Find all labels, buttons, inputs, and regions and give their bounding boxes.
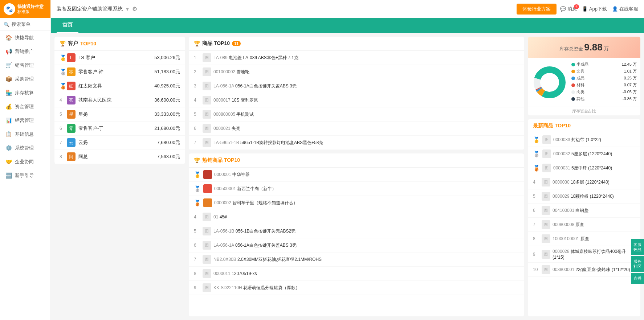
product-image: 图	[203, 269, 211, 278]
sidebar-item-base[interactable]: 📋 基础信息	[0, 127, 50, 141]
rank-number: 8	[194, 271, 200, 276]
latest-product-item[interactable]: 7 图 000800008 原查	[528, 218, 640, 232]
sidebar-item-system[interactable]: ⚙️ 系统管理	[0, 141, 50, 155]
sidebar-item-quick-nav[interactable]: 🏠 快捷导航	[0, 31, 50, 45]
product-info: 000800005 手机测试	[213, 111, 519, 118]
customer-list-item[interactable]: 🥉 红 红太阳文具 40,925.00元	[54, 79, 185, 93]
rank-medal: 🥉	[533, 165, 540, 172]
customer-amount: 51,183.00元	[154, 69, 180, 75]
customer-amount: 7,563.00元	[157, 153, 180, 160]
message-button[interactable]: 💬 消息 6	[560, 6, 577, 12]
inventory-donut-chart	[531, 64, 568, 100]
product-mid-item[interactable]: 7 图 LA-59651-1B 59651-1B旋转投影灯电池盒ABS黑色+58…	[189, 136, 524, 150]
rank-number: 9	[194, 285, 200, 290]
customer-name: 星扬	[78, 111, 154, 118]
product-name: 18多层 (1220*2440)	[571, 180, 610, 185]
latest-products-header: 最新商品 TOP10	[528, 119, 640, 133]
sidebar-search[interactable]: 🔍 搜索菜单	[0, 18, 50, 31]
settings-icon[interactable]: ⚙	[132, 5, 137, 12]
hot-product-item[interactable]: 9 图 KK-SD22110H 花语萌恒温分罐罐袋（厚款）	[189, 281, 524, 295]
customer-list-item[interactable]: 8 阿 阿总 7,563.00元	[54, 150, 185, 164]
product-info: 000800008 原查	[553, 222, 635, 228]
product-mid-item[interactable]: 1 图 LA-089 电池盖 LA-089 ABS本色+黑种 7.1克	[189, 51, 524, 65]
hot-product-item[interactable]: 6 图 LA-056-1A 056-1A白色按键开关盖ABS 3壳	[189, 238, 524, 253]
latest-product-item[interactable]: 10 图 003800001 22g鱼豆腐-烧烤味 (1*12*20)	[528, 263, 640, 277]
latest-product-item[interactable]: 🥉 图 0000031 5厘中纤 (1220*2440)	[528, 161, 640, 175]
latest-product-item[interactable]: 8 图 10000100001 原查	[528, 232, 640, 246]
hot-product-item[interactable]: 4 图 01 45#	[189, 210, 524, 224]
customer-avatar: 零	[67, 67, 76, 76]
content-area: 🏆 客户 TOP10 🥇 L LS 客户 53,006.26元 🥈 零 零售客户…	[51, 33, 644, 320]
product-code: 000800005	[213, 112, 235, 117]
customer-list-item[interactable]: 4 苍 苍南县人民医院 36,600.00元	[54, 93, 185, 107]
latest-product-item[interactable]: 4 图 0000030 18多层 (1220*2440)	[528, 175, 640, 189]
latest-product-item[interactable]: 🥈 图 0000032 5厘多层 (1220*2440)	[528, 147, 640, 161]
direct-button[interactable]: 直播	[631, 273, 644, 284]
customer-list-item[interactable]: 7 云 云扬 7,680.00元	[54, 136, 185, 150]
sidebar-item-marketing[interactable]: 📢 营销推广	[0, 45, 50, 58]
customer-list-item[interactable]: 6 零 零售客户-于 21,680.00元	[54, 122, 185, 136]
product-image: 图	[203, 283, 211, 292]
customer-list-item[interactable]: 🥇 L LS 客户 53,006.26元	[54, 51, 185, 65]
customer-service-button[interactable]: 客服热线	[631, 239, 644, 255]
product-mid-item[interactable]: 6 图 0000021 夹壳	[189, 122, 524, 136]
sidebar: 🐾 畅捷通好生意 标准版 🔍 搜索菜单 🏠 快捷导航 📢 营销推广 🛒 销售管理…	[0, 0, 51, 320]
sidebar-item-guide[interactable]: 🆕 新手引导	[0, 169, 50, 182]
right-column: 库存总资金 9.88 万	[528, 37, 640, 316]
hot-product-item[interactable]: 🥉 0000002 智利车子里（规格不知道填什么）	[189, 196, 524, 210]
customer-list-item[interactable]: 5 星 星扬 33,333.00元	[54, 107, 185, 122]
hot-trophy-icon: 🏆	[194, 157, 200, 163]
sidebar-item-finance[interactable]: 💰 资金管理	[0, 100, 50, 114]
logo-icon: 🐾	[4, 3, 15, 15]
product-mid-item[interactable]: 2 图 001000002 雪地靴	[189, 65, 524, 79]
product-list-mid: 1 图 LA-089 电池盖 LA-089 ABS本色+黑种 7.1克 2 图 …	[189, 51, 524, 150]
hot-product-item[interactable]: 8 图 0000011 12070519-xs	[189, 267, 524, 281]
legend-label: 其他	[576, 96, 621, 102]
sidebar-item-purchase[interactable]: 📦 采购管理	[0, 72, 50, 86]
hot-product-item[interactable]: 5 图 LA-056-1B 056-1B白色按键开关壳ABS2壳	[189, 224, 524, 238]
hot-product-item[interactable]: 🥈 000500001 新西兰牛肉（新牛）	[189, 182, 524, 196]
sidebar-item-inventory[interactable]: 🏪 库存核算	[0, 86, 50, 100]
customer-name: 云扬	[78, 139, 157, 146]
tab-home[interactable]: 首页	[57, 18, 78, 33]
marketing-icon: 📢	[5, 48, 12, 55]
legend-dot	[571, 90, 575, 94]
purchase-icon: 📦	[5, 76, 12, 82]
product-code: 004100001	[553, 208, 574, 213]
product-image: 图	[203, 124, 211, 133]
product-name: 雪地靴	[236, 69, 249, 74]
service-community-button[interactable]: 服务社区	[631, 256, 644, 272]
product-mid-item[interactable]: 5 图 000800005 手机测试	[189, 107, 524, 122]
operations-icon: 📊	[5, 117, 12, 124]
sidebar-item-sales[interactable]: 🛒 销售管理	[0, 58, 50, 72]
service-button[interactable]: 👤 在线客服	[612, 6, 638, 12]
legend-item: 成品 0.25 万	[571, 75, 637, 81]
hot-product-item[interactable]: 🥇 0000001 中华神器	[189, 168, 524, 182]
product-info: LA-056-1B 056-1B白色按键开关壳ABS2壳	[213, 228, 519, 234]
dropdown-icon[interactable]: ▼	[125, 6, 130, 12]
app-download-button[interactable]: 📱 App下载	[582, 6, 607, 12]
latest-product-item[interactable]: 6 图 004100001 白钢垫	[528, 204, 640, 218]
customer-name: 苍南县人民医院	[78, 97, 154, 103]
sidebar-item-enterprise[interactable]: 🤝 企业协同	[0, 155, 50, 169]
product-mid-item[interactable]: 4 图 0000017 10S 变利罗浆	[189, 93, 524, 107]
product-code: 0000029	[553, 194, 570, 199]
product-info: 0000002 智利车子里（规格不知道填什么）	[214, 200, 519, 206]
sidebar-nav: 🏠 快捷导航 📢 营销推广 🛒 销售管理 📦 采购管理 🏪 库存核算 💰 资金管…	[0, 31, 50, 320]
left-column: 🏆 客户 TOP10 🥇 L LS 客户 53,006.26元 🥈 零 零售客户…	[54, 37, 185, 316]
customer-top10-header: 🏆 客户 TOP10	[54, 37, 185, 51]
rank-number: 7	[60, 140, 67, 145]
customer-avatar: 红	[67, 82, 76, 90]
sidebar-item-operations[interactable]: 📊 经营管理	[0, 114, 50, 127]
product-info: 0000017 10S 变利罗浆	[213, 97, 519, 103]
latest-product-item[interactable]: 🥇 图 0000033 封边带 (1.0*22)	[528, 133, 640, 147]
customer-list-item[interactable]: 🥈 零 零售客户-许 51,183.00元	[54, 65, 185, 79]
product-mid-item[interactable]: 3 图 LA-056-1A 056-1A白色按键开关盖ABS 3壳	[189, 79, 524, 93]
hot-product-item[interactable]: 7 图 NB2.0X30B 2.0X30MM双搓花轴,搓花直径2.1MM/ROH…	[189, 253, 524, 267]
product-image: 图	[542, 234, 550, 243]
legend-label: 肉类	[576, 89, 621, 95]
latest-product-item[interactable]: 9 图 0000028 体城嘉枝味苏打饮品400毫升 (1*15)	[528, 246, 640, 263]
latest-product-item[interactable]: 5 图 0000029 18颗粒板 (1220*2440)	[528, 189, 640, 204]
product-code: 003800001	[553, 267, 574, 272]
experience-button[interactable]: 体验行业方案	[517, 4, 557, 15]
